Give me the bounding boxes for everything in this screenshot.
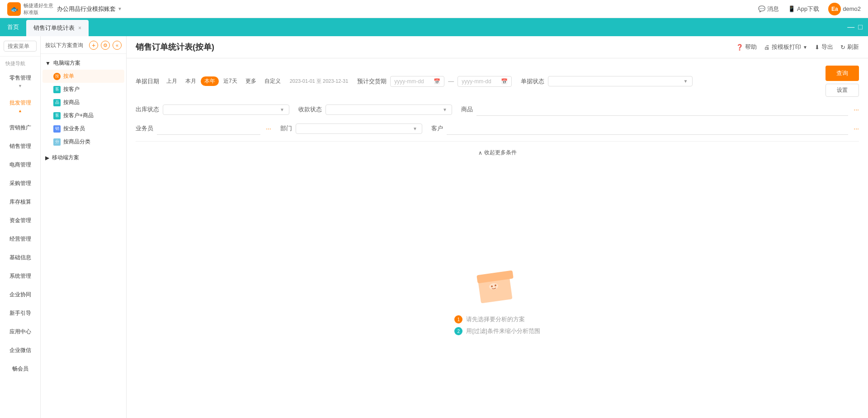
print-template-button[interactable]: 🖨 按模板打印 ▼ [764,43,807,51]
expected-date-from-input[interactable]: yyyy-mm-dd 📅 [390,76,444,87]
out-status-select[interactable]: ▼ [163,104,289,115]
sidebar-item-system[interactable]: 系统管理 [0,267,40,285]
scheme-item-by-category[interactable]: 分 按商品分类 [42,135,124,148]
page-header-actions: ❓ 帮助 🖨 按模板打印 ▼ ⬇ 导出 ↻ 刷新 [736,43,859,57]
sidebar-item-retail[interactable]: 零售管理 ▼ [0,69,40,94]
sidebar-search-area [0,36,40,57]
chevron-down-icon: ▼ [443,107,447,112]
sidebar-item-label: 新手引导 [9,309,31,317]
add-scheme-button[interactable]: + [89,41,98,50]
scheme-item-by-goods[interactable]: 品 按商品 [42,96,124,109]
sidebar-item-basic-info[interactable]: 基础信息 [0,248,40,267]
tab-home[interactable]: 首页 [0,18,26,36]
sidebar-item-label: 企业协同 [9,291,31,299]
payment-status-label: 收款状态 [298,105,322,114]
date-separator: — [448,78,454,85]
department-label: 部门 [280,124,292,133]
sidebar-item-finance[interactable]: 资金管理 [0,211,40,230]
help-button[interactable]: ❓ 帮助 [736,43,757,51]
sidebar-item-apps[interactable]: 应用中心 [0,323,40,341]
payment-status-select[interactable]: ▼ [326,104,452,115]
search-input[interactable] [4,41,37,52]
chevron-down-icon: ▼ [413,126,417,131]
goods-more-icon[interactable]: ··· [854,106,859,113]
export-button[interactable]: ⬇ 导出 [815,43,833,51]
bill-status-select[interactable]: ▼ [548,76,693,86]
sidebar-item-member[interactable]: 畅会员 [0,360,40,378]
user-profile[interactable]: Ea demo2 [828,3,861,15]
workspace-selector[interactable]: 办公用品行业模拟账套 ▼ [57,5,122,13]
message-button[interactable]: 💬 消息 [758,5,779,13]
sidebar-item-wholesale[interactable]: 批发管理 ▲ [0,94,40,119]
scheme-group-title-desktop[interactable]: ▼ 电脑端方案 [41,57,126,70]
empty-content: 1 请先选择要分析的方案 2 用[过滤]条件来缩小分析范围 [454,254,540,335]
date-filter-label: 单据日期 [136,77,159,86]
date-last-month-btn[interactable]: 上月 [163,76,181,86]
scheme-item-by-customer-goods[interactable]: 客 按客户+商品 [42,109,124,122]
print-arrow-icon: ▼ [803,45,807,50]
query-button[interactable]: 查询 [826,66,859,81]
filter-settings-button[interactable]: 设置 [826,84,859,97]
chevron-up-icon: ▲ [18,109,22,113]
sidebar-item-inventory[interactable]: 库存核算 [0,193,40,211]
sidebar-item-operations[interactable]: 经营管理 [0,230,40,248]
scheme-item-by-customer[interactable]: 客 按客户 [42,83,124,96]
sidebar-item-sales[interactable]: 销售管理 [0,137,40,156]
refresh-button[interactable]: ↻ 刷新 [840,43,859,51]
avatar: Ea [828,3,841,15]
sidebar-item-purchase[interactable]: 采购管理 [0,174,40,193]
bill-status-label: 单据状态 [521,77,544,86]
sidebar-item-label: 资金管理 [9,217,31,224]
customer-more-icon[interactable]: ··· [854,125,859,132]
left-panel-title: 按以下方案查询 [45,42,83,49]
tab-actions: — □ [847,23,868,31]
salesperson-input[interactable] [157,122,260,135]
customer-input[interactable] [447,122,848,135]
tip-num-1: 1 [454,315,462,323]
collapse-row: ∧ 收起更多条件 [136,141,859,164]
scheme-group-mobile: ▶ 移动端方案 [41,151,126,167]
tab-close-icon[interactable]: × [78,25,81,31]
date-this-month-btn[interactable]: 本月 [182,76,200,86]
app-download-button[interactable]: 📱 App下载 [788,5,819,13]
sidebar-item-enterprise[interactable]: 企业协同 [0,285,40,304]
date-more-btn[interactable]: 更多 [242,76,260,86]
scheme-group-title-mobile[interactable]: ▶ 移动端方案 [41,151,126,164]
salesperson-label: 业务员 [136,124,153,133]
print-icon: 🖨 [764,44,770,51]
sidebar-item-wechat[interactable]: 企业微信 [0,341,40,360]
filter-row-3: 业务员 ··· 部门 ▼ 客户 ··· [136,122,859,135]
minimize-icon[interactable]: — [847,23,854,31]
sidebar-item-label: 系统管理 [9,272,31,280]
expected-date-to-input[interactable]: yyyy-mm-dd 📅 [458,76,512,87]
collapse-panel-button[interactable]: « [113,41,122,50]
department-select[interactable]: ▼ [296,124,422,134]
tabbar: 首页 销售订单统计表 × — □ [0,18,868,36]
date-this-year-btn[interactable]: 本年 [201,76,219,86]
scheme-item-by-salesperson[interactable]: 销 按业务员 [42,122,124,135]
query-btn-area: 查询 设置 [826,66,859,97]
filter-item-salesperson: 业务员 ··· [136,122,271,135]
collapse-button[interactable]: ∧ 收起更多条件 [478,149,517,157]
date-7days-btn[interactable]: 近7天 [220,76,241,86]
collapse-up-icon: ∧ [478,150,482,156]
scheme-settings-button[interactable]: ⚙ [101,41,110,50]
sidebar-item-ecommerce[interactable]: 电商管理 [0,156,40,174]
filter-area: 单据日期 上月 本月 本年 近7天 更多 自定义 2023-01-01 至 20… [127,58,868,171]
sidebar-item-newuser[interactable]: 新手引导 [0,304,40,323]
scheme-item-by-order[interactable]: 按 按单 [42,70,124,83]
empty-svg [470,254,524,308]
tab-sales-stats[interactable]: 销售订单统计表 × [26,20,89,36]
date-custom-btn[interactable]: 自定义 [261,76,284,86]
filter-item-customer: 客户 ··· [431,122,859,135]
maximize-icon[interactable]: □ [858,23,863,31]
left-panel-header: 按以下方案查询 + ⚙ « [41,41,126,54]
app-download-icon: 📱 [788,5,795,12]
sidebar-item-label: 销售管理 [9,142,31,150]
sidebar: 快捷导航 零售管理 ▼ 批发管理 ▲ 营销推广 销售管理 电商管理 采购管理 库… [0,36,41,418]
goods-input[interactable] [476,103,848,116]
filter-item-goods: 商品 ··· [461,103,859,116]
salesperson-more-icon[interactable]: ··· [266,125,271,132]
sidebar-item-marketing[interactable]: 营销推广 [0,119,40,137]
sidebar-item-label: 零售管理 [9,74,31,82]
